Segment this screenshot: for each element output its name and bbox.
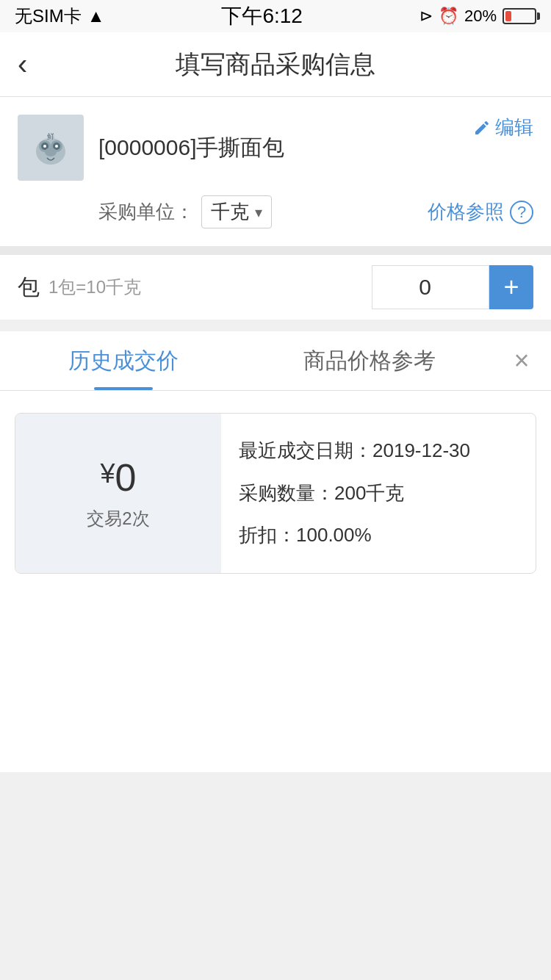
battery-icon (503, 8, 536, 24)
price-value: 0 (115, 456, 137, 499)
tab-history-label: 历史成交价 (68, 346, 179, 376)
time-label: 下午6:12 (221, 2, 303, 30)
tabs-row: 历史成交价 商品价格参考 (0, 331, 492, 390)
status-bar: 无SIM卡 ▲ 下午6:12 ⊳ ⏰ 20% (0, 0, 551, 32)
history-price-section: ¥0 交易2次 (15, 414, 221, 573)
quantity-detail-value: 200千克 (334, 482, 404, 504)
unit-value: 千克 (211, 199, 249, 225)
recent-date-value: 2019-12-30 (372, 439, 470, 461)
product-image: 鲜 (18, 115, 84, 181)
product-thumbnail: 鲜 (29, 126, 73, 170)
status-right: ⊳ ⏰ 20% (419, 7, 536, 26)
tab-product-price-label: 商品价格参考 (303, 346, 436, 376)
quantity-plus-button[interactable]: + (489, 265, 533, 309)
back-button[interactable]: ‹ (18, 48, 27, 81)
history-price-display: ¥0 (101, 455, 137, 500)
product-info: [0000006]手撕面包 (98, 133, 284, 163)
unit-label: 采购单位： (98, 199, 194, 225)
quantity-input[interactable] (372, 265, 489, 309)
wifi-icon: ▲ (87, 6, 105, 26)
edit-button[interactable]: 编辑 (473, 115, 533, 140)
product-left: 鲜 [0000006]手撕面包 (18, 115, 284, 181)
product-header: 鲜 [0000006]手撕面包 编辑 (18, 115, 533, 181)
dropdown-arrow-icon: ▾ (255, 203, 262, 221)
location-icon: ⊳ (419, 7, 433, 26)
transaction-count: 交易2次 (87, 507, 149, 530)
help-icon[interactable]: ? (510, 201, 533, 224)
history-card: ¥0 交易2次 最近成交日期：2019-12-30 采购数量：200千克 折扣：… (15, 413, 536, 574)
section-separator (0, 246, 551, 255)
quantity-unit: 包 (18, 273, 40, 303)
svg-text:鲜: 鲜 (47, 132, 54, 140)
unit-select[interactable]: 千克 ▾ (201, 195, 272, 228)
quantity-conversion: 1包=10千克 (48, 275, 141, 299)
tabs-container: 历史成交价 商品价格参考 × (0, 331, 551, 391)
alarm-icon: ⏰ (439, 7, 458, 26)
battery-percent: 20% (464, 7, 497, 26)
discount-row: 折扣：100.00% (239, 520, 518, 551)
battery-fill (505, 11, 511, 21)
quantity-label: 包 1包=10千克 (18, 273, 141, 303)
page-title: 填写商品采购信息 (176, 48, 375, 82)
tab-close-button[interactable]: × (492, 331, 551, 390)
product-unit-row: 采购单位： 千克 ▾ 价格参照 ? (18, 195, 533, 228)
quantity-input-group: + (372, 265, 533, 309)
quantity-row: 包 1包=10千克 + (0, 255, 551, 320)
discount-label: 折扣： (239, 524, 296, 546)
section-gap (0, 320, 551, 331)
svg-point-7 (45, 148, 57, 156)
tab-underline (94, 387, 153, 390)
recent-date-label: 最近成交日期： (239, 439, 372, 461)
unit-section: 采购单位： 千克 ▾ (18, 195, 272, 228)
price-symbol: ¥ (101, 458, 115, 489)
main-content: 历史成交价 商品价格参考 × ¥0 交易2次 最近成交日期：2019-12-30… (0, 331, 551, 772)
tab-product-price-ref[interactable]: 商品价格参考 (246, 331, 492, 390)
svg-point-6 (55, 145, 58, 148)
history-details: 最近成交日期：2019-12-30 采购数量：200千克 折扣：100.00% (221, 414, 536, 573)
edit-icon (473, 119, 491, 137)
product-name: [0000006]手撕面包 (98, 133, 284, 163)
price-ref-label: 价格参照 (428, 199, 504, 225)
tab-history-price[interactable]: 历史成交价 (0, 331, 246, 390)
recent-date-row: 最近成交日期：2019-12-30 (239, 436, 518, 466)
carrier-label: 无SIM卡 (15, 4, 82, 28)
discount-value: 100.00% (296, 524, 372, 546)
quantity-detail-label: 采购数量： (239, 482, 334, 504)
quantity-row-detail: 采购数量：200千克 (239, 478, 518, 509)
nav-bar: ‹ 填写商品采购信息 (0, 32, 551, 97)
product-card: 鲜 [0000006]手撕面包 编辑 采购单位： 千克 ▾ (0, 97, 551, 246)
svg-point-5 (43, 145, 46, 148)
status-left: 无SIM卡 ▲ (15, 4, 104, 28)
owl-logo: 鲜 (29, 126, 73, 170)
price-ref-button[interactable]: 价格参照 ? (428, 199, 533, 225)
